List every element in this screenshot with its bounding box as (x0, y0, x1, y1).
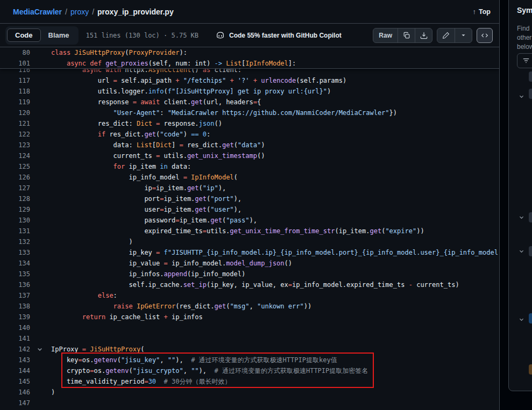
line-number[interactable]: 135 (0, 269, 33, 279)
breadcrumb-repo-link[interactable]: MediaCrawler (13, 8, 62, 16)
line-gutter (33, 86, 51, 97)
line-number[interactable]: 125 (0, 161, 33, 172)
line-number[interactable]: 134 (0, 258, 33, 269)
symbols-desc-line: below (517, 42, 532, 52)
code-line: 130 password=ip_item.get("pass"), (0, 215, 499, 226)
code-text: ip_key = f"JISUHTTP_{ip_info_model.ip}_{… (51, 247, 499, 258)
symbols-section-chevron-icon[interactable] (519, 213, 524, 222)
line-number[interactable]: 139 (0, 312, 33, 322)
line-gutter (33, 312, 51, 322)
top-link-label: Top (479, 8, 491, 16)
copilot-banner: Code 55% faster with GitHub Copilot (216, 31, 342, 40)
edit-dropdown-button[interactable] (455, 28, 472, 42)
line-number[interactable]: 119 (0, 97, 33, 107)
symbols-section-chevron-icon[interactable] (519, 247, 524, 256)
line-number[interactable]: 121 (0, 118, 33, 129)
chevron-down-icon (460, 32, 466, 38)
line-gutter (33, 129, 51, 140)
file-view-column: MediaCrawler / proxy / proxy_ip_provider… (0, 0, 500, 410)
symbols-list-item[interactable] (529, 89, 532, 99)
code-line: 143 key=os.getenv("jisu_key", ""), # 通过环… (0, 355, 499, 365)
symbols-list-item[interactable] (529, 212, 532, 222)
line-number[interactable]: 101 (0, 58, 33, 69)
line-number[interactable]: 131 (0, 226, 33, 236)
line-number[interactable]: 142 (0, 344, 33, 355)
code-text: res_dict: Dict = response.json() (51, 118, 499, 129)
symbols-filter-button[interactable] (517, 53, 532, 68)
line-gutter (33, 97, 51, 107)
code-text: raise IpGetError(res_dict.get("msg", "un… (51, 301, 499, 312)
line-number[interactable]: 123 (0, 140, 33, 150)
code-blame-switch: Code Blame (5, 26, 79, 45)
line-number[interactable]: 122 (0, 129, 33, 140)
code-line: 129 user=ip_item.get("user"), (0, 204, 499, 215)
line-number[interactable]: 120 (0, 107, 33, 118)
line-gutter (33, 183, 51, 193)
line-number[interactable]: 130 (0, 215, 33, 226)
back-to-top-link[interactable]: ↑ Top (473, 8, 491, 16)
code-line: 127 ip=ip_item.get("ip"), (0, 183, 499, 193)
line-number[interactable]: 127 (0, 183, 33, 193)
code-line: 124 current_ts = utils.get_unix_timestam… (0, 150, 499, 161)
code-line: 147 (0, 398, 499, 408)
line-number[interactable]: 137 (0, 290, 33, 301)
line-number[interactable]: 146 (0, 387, 33, 398)
breadcrumb-folder-link[interactable]: proxy (70, 8, 89, 16)
code-line: 133 ip_key = f"JISUHTTP_{ip_info_model.i… (0, 247, 499, 258)
code-line: 131 expired_time_ts=utils.get_unix_time_… (0, 226, 499, 236)
code-text: ip_infos.append(ip_info_model) (51, 269, 499, 279)
tab-blame[interactable]: Blame (41, 29, 77, 41)
line-gutter (33, 355, 51, 365)
symbols-panel-description: Find other below (517, 24, 532, 52)
code-line: 135 ip_infos.append(ip_info_model) (0, 269, 499, 279)
code-line: 117 url = self.api_path + "/fetchips" + … (0, 75, 499, 86)
line-number[interactable]: 117 (0, 75, 33, 86)
line-number[interactable]: 133 (0, 247, 33, 258)
symbols-list-item[interactable] (529, 313, 532, 323)
symbols-list-item[interactable] (529, 246, 532, 256)
line-number[interactable]: 132 (0, 236, 33, 247)
line-gutter (33, 365, 51, 376)
symbols-section-chevron-icon[interactable] (519, 92, 524, 102)
symbols-section-chevron-icon[interactable] (519, 315, 524, 325)
breadcrumb: MediaCrawler / proxy / proxy_ip_provider… (13, 8, 174, 16)
raw-button-group: Raw (373, 28, 432, 43)
code-text: ip_value = ip_info_model.model_dump_json… (51, 258, 499, 269)
code-line: 122 if res_dict.get("code") == 0: (0, 129, 499, 140)
sticky-context-lines: 80class JiSuHttpProxy(ProxyProvider):101… (0, 47, 499, 69)
line-gutter (33, 279, 51, 290)
code-text: crypto=os.getenv("jisu_crypto", ""), # 通… (51, 365, 499, 376)
copy-button[interactable] (398, 28, 415, 42)
code-text (51, 333, 499, 344)
code-line: 146) (0, 387, 499, 398)
line-number[interactable]: 118 (0, 86, 33, 97)
raw-button[interactable]: Raw (373, 28, 398, 42)
download-icon (420, 32, 428, 39)
line-number[interactable]: 143 (0, 355, 33, 365)
line-number[interactable]: 141 (0, 333, 33, 344)
download-button[interactable] (415, 28, 432, 42)
symbols-panel-toggle-button[interactable] (477, 28, 493, 43)
symbols-list-item[interactable] (529, 364, 532, 375)
symbols-list-item[interactable] (529, 71, 532, 82)
line-number[interactable]: 128 (0, 193, 33, 204)
line-number[interactable]: 126 (0, 172, 33, 183)
line-number[interactable]: 138 (0, 301, 33, 312)
line-number[interactable]: 145 (0, 376, 33, 387)
breadcrumb-separator: / (92, 8, 94, 16)
code-line: 120 "User-Agent": "MediaCrawler https://… (0, 107, 499, 118)
collapse-chevron-icon[interactable] (37, 346, 43, 353)
line-number[interactable]: 129 (0, 204, 33, 215)
line-number[interactable]: 140 (0, 322, 33, 333)
line-number[interactable]: 136 (0, 279, 33, 290)
line-number[interactable]: 124 (0, 150, 33, 161)
line-number[interactable]: 144 (0, 365, 33, 376)
tab-code[interactable]: Code (7, 28, 41, 42)
code-text: "User-Agent": "MediaCrawler https://gith… (51, 107, 499, 118)
line-number[interactable]: 80 (0, 47, 33, 58)
line-gutter (33, 236, 51, 247)
edit-button[interactable] (437, 28, 455, 42)
line-gutter (33, 58, 51, 69)
line-number[interactable]: 147 (0, 398, 33, 408)
code-text: user=ip_item.get("user"), (51, 204, 499, 215)
